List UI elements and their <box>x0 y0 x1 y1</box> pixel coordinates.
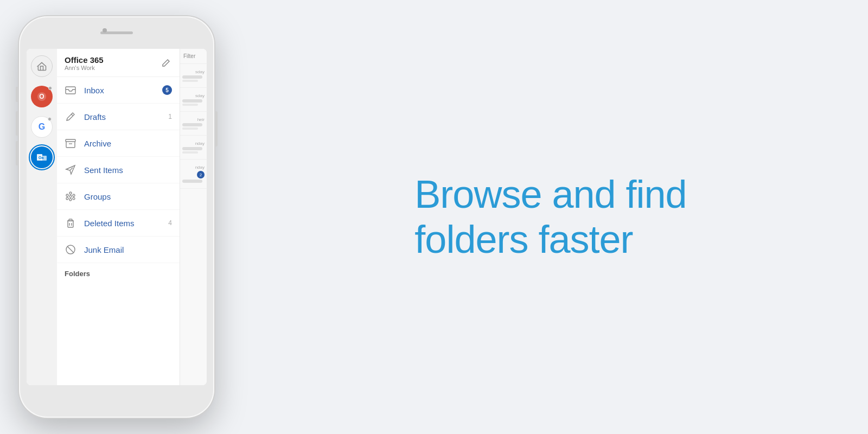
svg-line-18 <box>67 246 74 253</box>
svg-rect-6 <box>66 139 75 142</box>
account-name: Office 365 <box>65 55 104 65</box>
deleted-count: 4 <box>168 219 172 227</box>
junk-label: Junk Email <box>84 245 172 254</box>
folder-list: Inbox 5 Drafts 1 <box>57 77 180 385</box>
svg-point-8 <box>66 194 68 196</box>
svg-text:O: O <box>39 93 44 100</box>
email-line-4b <box>182 151 198 154</box>
side-button-vol-up <box>16 111 18 136</box>
filter-row: Filter <box>180 49 207 64</box>
email-time-1: sday <box>182 69 205 74</box>
google-icon: G <box>39 122 45 132</box>
account-info: Office 365 Ann's Work <box>65 55 104 71</box>
phone-screen: O G Oa <box>27 49 207 385</box>
email-line-3b <box>182 127 198 130</box>
google-account-button[interactable]: G <box>31 116 53 138</box>
office365-icon: O <box>36 91 48 103</box>
folder-item-junk[interactable]: Junk Email <box>57 237 180 263</box>
svg-point-7 <box>69 195 72 197</box>
email-time-3: heir <box>182 117 205 122</box>
email-line-1b <box>182 80 198 82</box>
sent-icon <box>65 164 76 176</box>
svg-rect-14 <box>68 221 73 227</box>
archive-label: Archive <box>84 139 172 148</box>
marketing-text: Browse and find folders faster <box>414 172 686 262</box>
inbox-badge: 5 <box>162 85 172 95</box>
email-time-2: sday <box>182 93 205 98</box>
folder-header: Office 365 Ann's Work <box>57 49 180 77</box>
email-row-1: sday <box>180 64 207 88</box>
email-line-3 <box>182 123 202 126</box>
filter-label: Filter <box>183 53 195 59</box>
groups-label: Groups <box>84 192 172 201</box>
phone-camera <box>103 28 107 33</box>
email-row-2: sday <box>180 88 207 112</box>
compose-button[interactable] <box>158 56 173 71</box>
svg-point-11 <box>73 197 75 200</box>
drafts-count: 1 <box>168 113 172 120</box>
marketing-line2: folders faster <box>414 218 633 261</box>
account-sidebar: O G Oa <box>27 49 57 385</box>
deleted-label: Deleted Items <box>84 219 161 228</box>
drafts-label: Drafts <box>84 112 161 122</box>
email-line-2 <box>182 99 202 103</box>
google-notification-dot <box>48 117 52 121</box>
drafts-icon <box>65 111 76 123</box>
office365-notification-dot <box>48 86 52 90</box>
svg-text:Oa: Oa <box>39 156 43 159</box>
folder-item-inbox[interactable]: Inbox 5 <box>57 77 180 104</box>
svg-point-13 <box>69 199 72 201</box>
marketing-line1: Browse and find <box>414 173 686 216</box>
sent-label: Sent Items <box>84 165 172 175</box>
folder-item-archive[interactable]: Archive <box>57 130 180 157</box>
outlook-account-button[interactable]: Oa <box>31 146 53 168</box>
folder-item-sent[interactable]: Sent Items <box>57 157 180 183</box>
svg-point-9 <box>73 194 75 196</box>
email-panel-partial: Filter sday sday heir <box>180 49 207 385</box>
email-row-4: nday <box>180 136 207 159</box>
marketing-area: Browse and find folders faster <box>233 139 868 295</box>
folder-item-groups[interactable]: Groups <box>57 183 180 210</box>
folders-section-header: Folders <box>57 263 180 281</box>
inbox-icon <box>65 84 76 96</box>
email-line-5 <box>182 180 202 183</box>
phone-body: O G Oa <box>19 16 214 418</box>
email-row-5: nday 2 <box>180 159 207 189</box>
account-subtitle: Ann's Work <box>65 65 104 71</box>
deleted-icon <box>65 217 76 229</box>
side-button-power <box>215 111 218 146</box>
folder-panel: Office 365 Ann's Work <box>57 49 180 385</box>
archive-icon <box>65 137 76 149</box>
email-time-5: nday <box>182 165 205 170</box>
email-line-4 <box>182 147 202 150</box>
folder-item-drafts[interactable]: Drafts 1 <box>57 104 180 130</box>
email-row-3: heir <box>180 112 207 136</box>
phone-mockup: O G Oa <box>0 0 233 434</box>
svg-rect-5 <box>66 87 75 94</box>
email-line-2b <box>182 104 198 106</box>
junk-icon <box>65 244 76 256</box>
side-button-mute <box>16 87 18 102</box>
inbox-label: Inbox <box>84 86 155 95</box>
home-account-button[interactable] <box>31 55 53 77</box>
groups-icon <box>65 190 76 202</box>
email-time-4: nday <box>182 141 205 146</box>
svg-point-12 <box>69 192 72 194</box>
svg-point-10 <box>66 197 68 200</box>
email-badge-5: 2 <box>197 171 205 178</box>
office365-account-button[interactable]: O <box>31 86 53 107</box>
folder-item-deleted[interactable]: Deleted Items 4 <box>57 210 180 237</box>
side-button-vol-down <box>16 141 18 165</box>
email-line-1 <box>182 75 202 79</box>
